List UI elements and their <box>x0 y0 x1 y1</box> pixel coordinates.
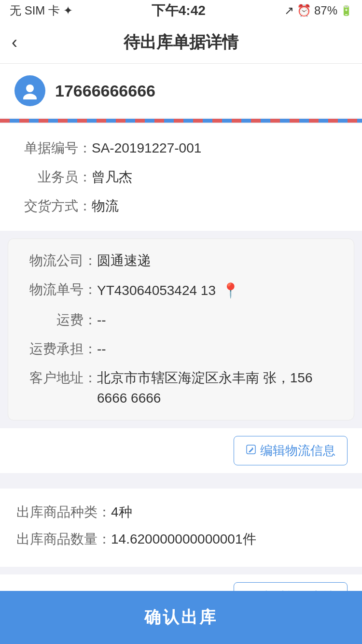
doc-number-value: SA-20191227-001 <box>92 138 348 158</box>
salesman-value: 曾凡杰 <box>92 167 348 187</box>
salesman-label: 业务员： <box>14 167 92 187</box>
customer-section: 17666666666 <box>0 64 362 118</box>
address-label: 客户地址： <box>20 368 97 388</box>
delivery-label: 交货方式： <box>14 196 92 216</box>
delivery-value: 物流 <box>92 196 348 216</box>
address-row: 客户地址： 北京市市辖区海淀区永丰南 张，156 6666 6666 <box>20 368 342 408</box>
freight-row: 运费： -- <box>20 310 342 330</box>
confirm-btn-label: 确认出库 <box>144 606 218 629</box>
svg-point-0 <box>26 84 34 92</box>
dashed-divider <box>0 119 362 123</box>
goods-types-row: 出库商品种类： 4种 <box>14 503 348 521</box>
status-left: 无 SIM 卡 ✦ <box>10 3 73 18</box>
edit-logistics-button[interactable]: 编辑物流信息 <box>234 436 348 465</box>
goods-quantity-label: 出库商品数量： <box>14 530 111 548</box>
doc-number-label: 单据编号： <box>14 138 92 158</box>
status-time: 下午4:42 <box>152 1 206 20</box>
goods-quantity-value: 14.620000000000001件 <box>111 530 348 548</box>
edit-btn-row: 编辑物流信息 <box>0 428 362 473</box>
address-value: 北京市市辖区海淀区永丰南 张，156 6666 6666 <box>97 368 342 408</box>
logistics-company-label: 物流公司： <box>20 251 97 271</box>
avatar-icon <box>21 82 39 99</box>
logistics-section: 物流公司： 圆通速递 物流单号： YT43064053424 13 📍 运费： … <box>8 238 354 420</box>
freight-bearer-label: 运费承担： <box>20 339 97 359</box>
confirm-outbound-button[interactable]: 确认出库 <box>0 591 362 644</box>
doc-number-row: 单据编号： SA-20191227-001 <box>14 138 348 158</box>
nav-bar: ‹ 待出库单据详情 <box>0 21 362 64</box>
delivery-row: 交货方式： 物流 <box>14 196 348 216</box>
edit-btn-label: 编辑物流信息 <box>260 442 335 459</box>
freight-value: -- <box>97 310 342 330</box>
tracking-row: 物流单号： YT43064053424 13 📍 <box>20 280 342 301</box>
freight-bearer-row: 运费承担： -- <box>20 339 342 359</box>
goods-types-value: 4种 <box>111 503 348 521</box>
customer-phone: 17666666666 <box>55 82 155 100</box>
goods-section: 出库商品种类： 4种 出库商品数量： 14.620000000000001件 <box>0 489 362 567</box>
doc-info-section: 单据编号： SA-20191227-001 业务员： 曾凡杰 交货方式： 物流 <box>0 124 362 231</box>
logistics-company-row: 物流公司： 圆通速递 <box>20 251 342 271</box>
freight-bearer-value: -- <box>97 339 342 359</box>
page-title: 待出库单据详情 <box>124 31 238 54</box>
salesman-row: 业务员： 曾凡杰 <box>14 167 348 187</box>
battery-icon: 🔋 <box>340 5 352 16</box>
goods-types-label: 出库商品种类： <box>14 503 111 521</box>
edit-icon <box>246 444 256 458</box>
back-button[interactable]: ‹ <box>12 32 17 53</box>
tracking-value: YT43064053424 13 📍 <box>97 280 342 301</box>
status-bar: 无 SIM 卡 ✦ 下午4:42 ↗ ⏰ 87% 🔋 <box>0 0 362 21</box>
sim-wifi-status: 无 SIM 卡 ✦ <box>10 3 73 18</box>
location-icon: ↗ <box>284 4 294 17</box>
battery-level: 87% <box>314 4 337 17</box>
logistics-company-value: 圆通速递 <box>97 251 342 271</box>
freight-label: 运费： <box>20 310 97 330</box>
map-pin-icon[interactable]: 📍 <box>222 280 239 301</box>
avatar <box>14 75 45 106</box>
goods-quantity-row: 出库商品数量： 14.620000000000001件 <box>14 530 348 548</box>
status-right: ↗ ⏰ 87% 🔋 <box>284 4 352 17</box>
svg-point-1 <box>23 94 37 99</box>
tracking-label: 物流单号： <box>20 280 97 300</box>
alarm-icon: ⏰ <box>297 4 311 17</box>
section-divider <box>0 481 362 489</box>
